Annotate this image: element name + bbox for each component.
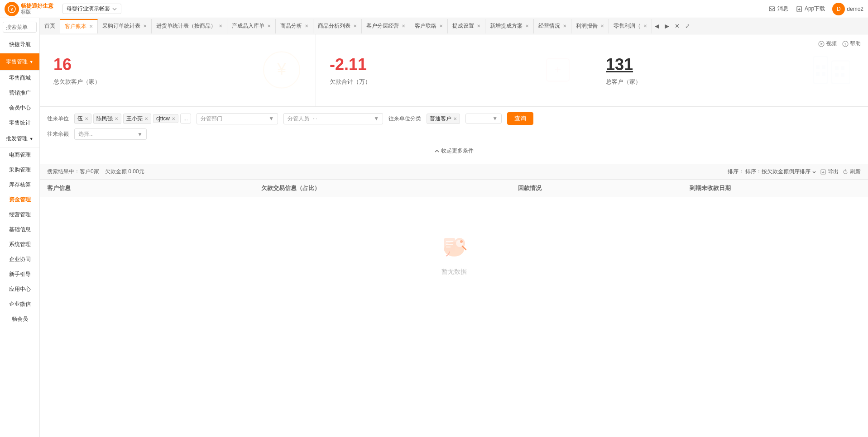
sidebar-item-ecommerce[interactable]: 电商管理 bbox=[0, 147, 39, 162]
table-header: 客户信息 欠款交易信息（占比） 回款情况 到期未收款日期 bbox=[40, 180, 868, 197]
help-link[interactable]: ? 帮助 bbox=[842, 40, 861, 48]
tab-purchase-order-stats[interactable]: 采购订单统计表 ✕ bbox=[98, 19, 152, 33]
sidebar-item-member-center[interactable]: 会员中心 bbox=[0, 100, 39, 115]
sidebar-item-quick-nav[interactable]: 快捷导航 bbox=[0, 36, 39, 53]
app-download-btn[interactable]: App下载 bbox=[796, 5, 825, 13]
message-btn[interactable]: 消息 bbox=[768, 5, 788, 13]
sidebar-item-marketing[interactable]: 营销推广 bbox=[0, 86, 39, 100]
table-header-col-2: 欠款交易信息（占比） bbox=[261, 184, 518, 192]
refresh-button[interactable]: 刷新 bbox=[842, 168, 861, 176]
filter-tag-normal-close[interactable]: ✕ bbox=[453, 116, 457, 121]
tab-close-operation[interactable]: ✕ bbox=[563, 24, 566, 28]
tab-close-produce[interactable]: ✕ bbox=[267, 24, 271, 28]
tab-close-boost-plan[interactable]: ✕ bbox=[525, 24, 529, 28]
sidebar-item-app-center[interactable]: 应用中心 bbox=[0, 282, 39, 297]
sidebar-item-enterprise[interactable]: 企业协同 bbox=[0, 252, 39, 267]
tab-customer-book[interactable]: 客户账本 ✕ bbox=[60, 19, 98, 33]
filter-tag-chen-close[interactable]: ✕ bbox=[115, 116, 118, 121]
sidebar-item-purchase[interactable]: 采购管理 bbox=[0, 162, 39, 177]
sidebar-item-retail-mgmt[interactable]: 零售管理 ▼ bbox=[0, 53, 39, 71]
filter-tag-wu-close[interactable]: ✕ bbox=[85, 116, 88, 121]
sidebar-item-retail-stats[interactable]: 零售统计 bbox=[0, 115, 39, 130]
export-button[interactable]: 导出 bbox=[820, 168, 839, 176]
tab-close-all-btn[interactable]: ✕ bbox=[672, 19, 682, 33]
filter-tag-wang-close[interactable]: ✕ bbox=[144, 116, 148, 121]
tab-bar: 首页 客户账本 ✕ 采购订单统计表 ✕ 进货单统计表（按商品） ✕ 产成品入库单… bbox=[40, 18, 868, 34]
svg-point-28 bbox=[460, 240, 463, 243]
filter-select-balance[interactable]: 选择... ▼ bbox=[74, 128, 147, 140]
tab-retail-profit[interactable]: 零售利润（ ✕ bbox=[609, 19, 652, 33]
sidebar-item-vip[interactable]: 畅会员 bbox=[0, 312, 39, 327]
stat-value-debt: -2.11 bbox=[330, 55, 371, 74]
main-layout: 快捷导航 零售管理 ▼ 零售商城 营销推广 会员中心 零售统计 批发管理 ▼ 电… bbox=[0, 18, 868, 437]
table-container: 客户信息 欠款交易信息（占比） 回款情况 到期未收款日期 bbox=[40, 180, 868, 303]
sidebar-item-capital[interactable]: 资金管理 bbox=[0, 192, 39, 207]
tab-close-retail-profit[interactable]: ✕ bbox=[643, 24, 647, 28]
svg-rect-13 bbox=[814, 56, 827, 83]
tab-close-incoming[interactable]: ✕ bbox=[219, 24, 222, 28]
main-content: ¥ 16 总欠款客户（家） + bbox=[40, 34, 868, 437]
sidebar-item-system[interactable]: 系统管理 bbox=[0, 237, 39, 252]
sidebar-item-wholesale[interactable]: 批发管理 ▼ bbox=[0, 130, 39, 147]
account-dropdown[interactable]: 母婴行业演示帐套 bbox=[62, 4, 121, 14]
tab-close-boost[interactable]: ✕ bbox=[477, 24, 480, 28]
tab-next-btn[interactable]: ▶ bbox=[662, 19, 672, 33]
video-link[interactable]: 视频 bbox=[818, 40, 837, 48]
svg-rect-17 bbox=[816, 72, 820, 76]
filter-more-btn[interactable]: ... bbox=[180, 114, 191, 124]
tab-close-customer-book[interactable]: ✕ bbox=[89, 24, 93, 29]
tab-product-analysis-list[interactable]: 商品分析列表 ✕ bbox=[313, 19, 362, 33]
table-header-col-1: 客户信息 bbox=[47, 184, 261, 192]
svg-marker-10 bbox=[821, 43, 823, 45]
filter-tag-cjttcw-close[interactable]: ✕ bbox=[172, 116, 175, 121]
svg-rect-15 bbox=[816, 65, 820, 69]
top-actions: 消息 App下载 D demo2 bbox=[768, 3, 863, 15]
filter-select-dept[interactable]: 分管部门 ▼ bbox=[197, 113, 278, 124]
tab-prev-btn[interactable]: ◀ bbox=[652, 19, 662, 33]
tab-close-segment[interactable]: ✕ bbox=[402, 24, 405, 28]
filter-row-1: 往来单位 伍 ✕ 陈民强 ✕ 王小亮 bbox=[47, 112, 861, 125]
content-area: 首页 客户账本 ✕ 采购订单统计表 ✕ 进货单统计表（按商品） ✕ 产成品入库单… bbox=[40, 18, 868, 437]
tab-operation-status[interactable]: 经营情况 ✕ bbox=[534, 19, 571, 33]
filter-tag-normal-customer: 普通客户 ✕ bbox=[427, 114, 460, 124]
sort-button[interactable]: 排序： 排序：按欠款金额倒序排序 bbox=[728, 168, 816, 176]
stat-label-total: 总客户（家） bbox=[606, 78, 641, 86]
sidebar-item-inventory[interactable]: 库存核算 bbox=[0, 177, 39, 192]
tab-customer-segment[interactable]: 客户分层经营 ✕ bbox=[362, 19, 410, 33]
sidebar-item-new-guide[interactable]: 新手引导 bbox=[0, 267, 39, 282]
svg-rect-18 bbox=[822, 72, 825, 76]
filter-tag-cjttcw: cjttcw ✕ bbox=[153, 114, 178, 123]
collapse-button[interactable]: 收起更多条件 bbox=[434, 145, 474, 157]
tab-close-purchase[interactable]: ✕ bbox=[143, 24, 147, 28]
stat-card-customers: ¥ 16 总欠款客户（家） bbox=[40, 34, 316, 106]
query-button[interactable]: 查询 bbox=[507, 112, 533, 125]
tab-profit-report[interactable]: 利润报告 ✕ bbox=[571, 19, 609, 33]
sidebar-item-retail-store[interactable]: 零售商城 bbox=[0, 71, 39, 86]
tab-close-product-list[interactable]: ✕ bbox=[353, 24, 357, 28]
stat-bg-icon-1: ¥ bbox=[261, 49, 302, 91]
sidebar-item-wechat[interactable]: 企业微信 bbox=[0, 297, 39, 312]
stat-bg-icon-2: + bbox=[537, 49, 578, 91]
sort-area: 排序： 排序：按欠款金额倒序排序 导出 刷新 bbox=[728, 168, 861, 176]
tab-customer-connect[interactable]: 客户联络 ✕ bbox=[410, 19, 448, 33]
user-profile[interactable]: D demo2 bbox=[832, 3, 863, 15]
tab-close-connect[interactable]: ✕ bbox=[439, 24, 443, 28]
tab-incoming-stats[interactable]: 进货单统计表（按商品） ✕ bbox=[152, 19, 227, 33]
tab-expand-btn[interactable]: ⤢ bbox=[682, 19, 693, 33]
tab-home[interactable]: 首页 bbox=[40, 19, 60, 33]
sidebar-item-basic-info[interactable]: 基础信息 bbox=[0, 222, 39, 237]
tab-close-product-analysis[interactable]: ✕ bbox=[305, 24, 308, 28]
tab-boost-settings[interactable]: 提成设置 ✕ bbox=[448, 19, 485, 33]
tab-new-boost-plan[interactable]: 新增提成方案 ✕ bbox=[485, 19, 534, 33]
tab-close-profit[interactable]: ✕ bbox=[600, 24, 604, 28]
help-links: 视频 ? 帮助 bbox=[818, 40, 861, 48]
filter-select-manager[interactable]: 分管人员 ··· ▼ bbox=[283, 113, 383, 124]
search-input[interactable] bbox=[3, 22, 37, 33]
sidebar-item-operation[interactable]: 经营管理 bbox=[0, 207, 39, 222]
user-avatar: D bbox=[832, 3, 845, 15]
filter-collapse-row: 收起更多条件 bbox=[47, 143, 861, 158]
tab-produce-inbound[interactable]: 产成品入库单 ✕ bbox=[227, 19, 276, 33]
tab-product-analysis[interactable]: 商品分析 ✕ bbox=[276, 19, 313, 33]
filter-select-type-dropdown[interactable]: ▼ bbox=[465, 114, 502, 124]
sidebar-search-area bbox=[0, 18, 39, 36]
